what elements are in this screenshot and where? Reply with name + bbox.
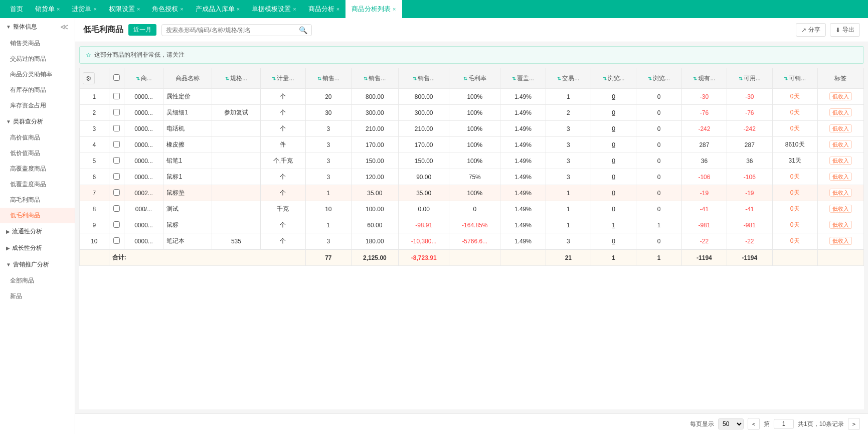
column-settings-icon[interactable]: ⚙ (83, 72, 95, 84)
nav-home[interactable]: 首页 (4, 0, 29, 18)
col-unit[interactable]: ⇅计量... (260, 68, 305, 89)
select-all-checkbox[interactable] (113, 74, 120, 81)
row-name[interactable]: 铅笔1 (163, 153, 212, 169)
time-filter-button[interactable]: 近一月 (128, 24, 156, 36)
row-name[interactable]: 橡皮擦 (163, 137, 212, 153)
row-name[interactable]: 吴细细1 (163, 105, 212, 121)
col-browse1[interactable]: ⇅浏览... (591, 68, 636, 89)
sidebar-item-new-goods[interactable]: 新品 (0, 288, 75, 304)
col-browse2[interactable]: ⇅浏览... (636, 68, 681, 89)
sidebar-item-sales-goods[interactable]: 销售类商品 (0, 36, 75, 51)
row-checkbox[interactable] (113, 157, 120, 164)
row-checkbox[interactable] (113, 189, 120, 196)
col-current[interactable]: ⇅现有... (681, 68, 727, 89)
row-checkbox-cell[interactable] (109, 233, 124, 250)
close-icon[interactable]: × (293, 6, 296, 12)
col-transaction[interactable]: ⇅交易... (546, 68, 591, 89)
col-gross[interactable]: ⇅毛利率 (449, 68, 500, 89)
col-code[interactable]: ⇅商... (124, 68, 163, 89)
next-page-button[interactable]: ＞ (848, 418, 860, 430)
sidebar-item-high-margin[interactable]: 高毛利商品 (0, 192, 75, 208)
row-name[interactable]: 属性定价 (163, 89, 212, 105)
row-checkbox-cell[interactable] (109, 217, 124, 233)
row-checkbox-cell[interactable] (109, 121, 124, 137)
row-browse1[interactable]: 0 (591, 105, 636, 121)
sidebar-item-all-goods[interactable]: 全部商品 (0, 273, 75, 288)
sidebar-item-low-coverage[interactable]: 低覆盖度商品 (0, 177, 75, 192)
row-name[interactable]: 测试 (163, 201, 212, 217)
nav-product-stock[interactable]: 产成品入库单 × (190, 0, 246, 18)
row-browse1[interactable]: 0 (591, 137, 636, 153)
col-name[interactable]: 商品名称 (163, 68, 212, 89)
sidebar-item-high-coverage[interactable]: 高覆盖度商品 (0, 161, 75, 177)
row-checkbox[interactable] (113, 125, 120, 131)
search-input[interactable] (166, 27, 299, 34)
row-checkbox-cell[interactable] (109, 185, 124, 201)
col-sales1[interactable]: ⇅销售... (306, 68, 351, 89)
close-icon[interactable]: × (137, 6, 140, 12)
sidebar-item-low-value[interactable]: 低价值商品 (0, 146, 75, 161)
row-checkbox[interactable] (113, 237, 120, 244)
row-browse1[interactable]: 0 (591, 121, 636, 137)
row-browse1[interactable]: 0 (591, 153, 636, 169)
col-available[interactable]: ⇅可用... (727, 68, 772, 89)
row-checkbox-cell[interactable] (109, 153, 124, 169)
nav-sales[interactable]: 销货单 × (29, 0, 66, 18)
nav-permission[interactable]: 权限设置 × (103, 0, 146, 18)
row-checkbox-cell[interactable] (109, 105, 124, 121)
col-coverage[interactable]: ⇅覆盖... (500, 68, 546, 89)
row-checkbox[interactable] (113, 93, 120, 99)
close-icon[interactable]: × (393, 6, 396, 12)
sidebar-item-traded-goods[interactable]: 交易过的商品 (0, 51, 75, 67)
sidebar-item-capital[interactable]: 库存资金占用 (0, 98, 75, 113)
nav-product-analysis-list[interactable]: 商品分析列表 × (345, 0, 402, 18)
share-button[interactable]: ↗ 分享 (796, 23, 826, 37)
row-checkbox-cell[interactable] (109, 169, 124, 185)
sidebar-group-cluster[interactable]: ▼ 类群查分析 (0, 113, 75, 130)
col-spec[interactable]: ⇅规格... (212, 68, 261, 89)
prev-page-button[interactable]: ＜ (748, 418, 760, 430)
close-icon[interactable]: × (336, 6, 339, 12)
col-sales3[interactable]: ⇅销售... (399, 68, 449, 89)
col-settings[interactable]: ⚙ (80, 68, 109, 89)
export-button[interactable]: ⬇ 导出 (830, 23, 860, 37)
page-number-input[interactable] (774, 419, 794, 429)
row-browse1[interactable]: 0 (591, 169, 636, 185)
row-checkbox[interactable] (113, 205, 120, 212)
sidebar-group-marketing[interactable]: ▼ 营销推广分析 (0, 256, 75, 273)
row-browse1[interactable]: 0 (591, 201, 636, 217)
row-checkbox[interactable] (113, 173, 120, 180)
row-name[interactable]: 鼠标 (163, 217, 212, 233)
sidebar-group-growth[interactable]: ▶ 成长性分析 (0, 240, 75, 256)
search-icon[interactable]: 🔍 (299, 26, 307, 34)
row-checkbox[interactable] (113, 141, 120, 148)
row-browse1[interactable]: 0 (591, 233, 636, 250)
row-name[interactable]: 笔记本 (163, 233, 212, 250)
row-name[interactable]: 鼠标垫 (163, 185, 212, 201)
row-checkbox-cell[interactable] (109, 137, 124, 153)
nav-purchase[interactable]: 进货单 × (66, 0, 102, 18)
row-browse1[interactable]: 0 (591, 89, 636, 105)
nav-product-analysis[interactable]: 商品分析 × (302, 0, 345, 18)
row-name[interactable]: 电话机 (163, 121, 212, 137)
sidebar-item-category-rate[interactable]: 商品分类助销率 (0, 67, 75, 82)
row-browse1[interactable]: 0 (591, 185, 636, 201)
sidebar-group-circulation[interactable]: ▶ 流通性分析 (0, 223, 75, 240)
nav-role[interactable]: 角色授权 × (146, 0, 189, 18)
close-icon[interactable]: × (180, 6, 183, 12)
sidebar-item-low-margin[interactable]: 低毛利商品 (0, 208, 75, 223)
collapse-icon[interactable]: ≪ (60, 22, 69, 32)
row-checkbox-cell[interactable] (109, 89, 124, 105)
sidebar-group-overview[interactable]: ▼ 整体信息 ≪ (0, 18, 75, 36)
row-name[interactable]: 鼠标1 (163, 169, 212, 185)
row-checkbox[interactable] (113, 221, 120, 228)
row-checkbox[interactable] (113, 109, 120, 115)
page-size-select[interactable]: 50 20 100 (718, 418, 744, 429)
close-icon[interactable]: × (93, 6, 96, 12)
close-icon[interactable]: × (237, 6, 240, 12)
sidebar-item-high-value[interactable]: 高价值商品 (0, 130, 75, 146)
nav-template[interactable]: 单据模板设置 × (246, 0, 302, 18)
col-sales2[interactable]: ⇅销售... (351, 68, 399, 89)
col-saleable[interactable]: ⇅可销... (772, 68, 817, 89)
sidebar-item-in-stock[interactable]: 有库存的商品 (0, 82, 75, 98)
